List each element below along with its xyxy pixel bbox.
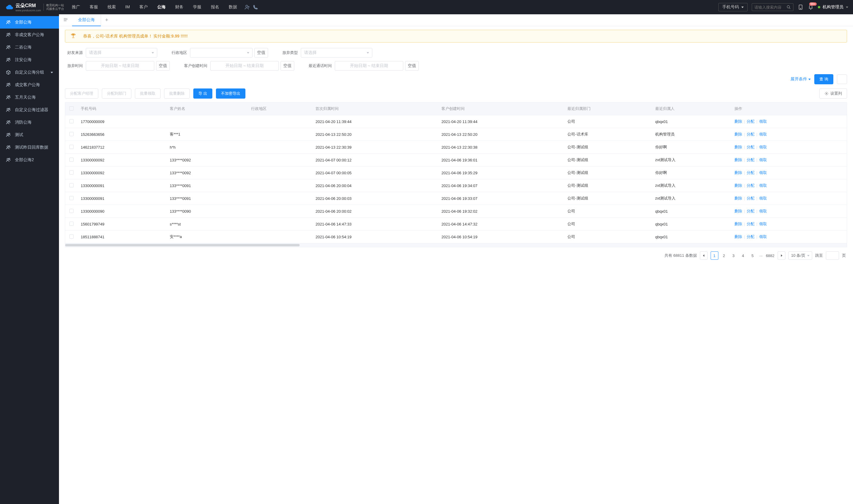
top-nav-item[interactable]: 客服 <box>88 3 100 11</box>
page-number-button[interactable]: 1 <box>711 251 719 260</box>
top-nav-item[interactable]: 线索 <box>106 3 117 11</box>
tabs-list-icon[interactable] <box>59 17 72 23</box>
per-page-select[interactable]: 10 条/页 <box>788 251 812 260</box>
row-claim-link[interactable]: 领取 <box>759 119 767 124</box>
abandon-time-range[interactable]: 开始日期 ~ 结束日期 <box>86 61 154 71</box>
row-assign-link[interactable]: 分配 <box>747 158 755 162</box>
abandon-time-null-button[interactable]: 空值 <box>156 61 170 71</box>
row-delete-link[interactable]: 删除 <box>734 222 742 226</box>
top-nav-item[interactable]: 学服 <box>191 3 203 11</box>
row-delete-link[interactable]: 删除 <box>734 170 742 175</box>
row-delete-link[interactable]: 删除 <box>734 119 742 124</box>
region-select[interactable] <box>190 48 253 57</box>
page-number-button[interactable]: 4 <box>739 251 747 260</box>
row-delete-link[interactable]: 删除 <box>734 209 742 213</box>
row-claim-link[interactable]: 领取 <box>759 132 767 137</box>
abandon-type-select[interactable]: 请选择 <box>301 48 372 57</box>
row-delete-link[interactable]: 删除 <box>734 132 742 137</box>
row-claim-link[interactable]: 领取 <box>759 222 767 226</box>
search-icon[interactable] <box>786 5 791 10</box>
search-type-select[interactable]: 手机号码 <box>719 3 748 11</box>
last-call-range[interactable]: 开始日期 ~ 结束日期 <box>335 61 403 71</box>
sidebar-item[interactable]: 非成交客户公海 <box>0 29 59 41</box>
row-checkbox[interactable] <box>69 222 74 226</box>
logo[interactable]: 云朵CRM www.yunduocrm.com 教育机构一站 式服务云平台 <box>5 3 64 12</box>
sidebar-item[interactable]: 全部公海 <box>0 16 59 29</box>
row-assign-link[interactable]: 分配 <box>747 170 755 175</box>
add-user-icon[interactable] <box>244 4 250 10</box>
top-nav-item[interactable]: 公海 <box>156 3 167 11</box>
query-button[interactable]: 查 询 <box>814 74 833 84</box>
sidebar-item[interactable]: 成交客户公海 <box>0 79 59 91</box>
select-all-checkbox[interactable] <box>69 106 74 110</box>
prev-page-button[interactable] <box>700 251 708 260</box>
assign-manager-button[interactable]: 分配客户经理 <box>65 88 98 98</box>
row-claim-link[interactable]: 领取 <box>759 158 767 162</box>
sidebar-item[interactable]: 注安公海 <box>0 54 59 66</box>
friend-source-select[interactable]: 请选择 <box>86 48 157 57</box>
row-assign-link[interactable]: 分配 <box>747 183 755 188</box>
device-icon[interactable] <box>798 4 803 10</box>
org-dropdown[interactable]: 机构管理员 <box>818 4 848 10</box>
sidebar-item[interactable]: 测试昨日回库数据 <box>0 141 59 154</box>
row-claim-link[interactable]: 领取 <box>759 234 767 239</box>
sidebar-item[interactable]: 全部公海2 <box>0 154 59 166</box>
export-button[interactable]: 导 出 <box>193 88 212 98</box>
jump-page-input[interactable] <box>826 251 839 260</box>
row-checkbox[interactable] <box>69 132 74 136</box>
bell-icon[interactable]: 99+ <box>808 4 814 10</box>
row-assign-link[interactable]: 分配 <box>747 209 755 213</box>
top-nav-item[interactable]: 数据 <box>227 3 239 11</box>
tab-active[interactable]: 全部公海 <box>72 14 101 26</box>
top-nav-item[interactable]: 财务 <box>173 3 185 11</box>
region-null-button[interactable]: 空值 <box>254 48 268 57</box>
top-nav-item[interactable]: 推广 <box>70 3 82 11</box>
sidebar-item[interactable]: 测试 <box>0 129 59 141</box>
expand-filters-link[interactable]: 展开条件 <box>791 76 811 82</box>
next-page-button[interactable] <box>778 251 785 260</box>
export-plain-button[interactable]: 不加密导出 <box>216 88 246 98</box>
row-assign-link[interactable]: 分配 <box>747 145 755 149</box>
row-assign-link[interactable]: 分配 <box>747 132 755 137</box>
row-claim-link[interactable]: 领取 <box>759 170 767 175</box>
sidebar-item[interactable]: 消防公海 <box>0 116 59 129</box>
create-time-range[interactable]: 开始日期 ~ 结束日期 <box>210 61 279 71</box>
page-number-button[interactable]: 2 <box>720 251 728 260</box>
row-checkbox[interactable] <box>69 209 74 213</box>
top-nav-item[interactable]: 客户 <box>138 3 149 11</box>
batch-claim-button[interactable]: 批量领取 <box>135 88 161 98</box>
sidebar-item[interactable]: 自定义公海分组 <box>0 66 59 79</box>
row-claim-link[interactable]: 领取 <box>759 209 767 213</box>
row-delete-link[interactable]: 删除 <box>734 158 742 162</box>
row-assign-link[interactable]: 分配 <box>747 222 755 226</box>
create-time-null-button[interactable]: 空值 <box>280 61 294 71</box>
last-page-button[interactable]: 6882 <box>765 251 775 260</box>
row-delete-link[interactable]: 删除 <box>734 234 742 239</box>
row-delete-link[interactable]: 删除 <box>734 183 742 188</box>
row-assign-link[interactable]: 分配 <box>747 234 755 239</box>
row-checkbox[interactable] <box>69 183 74 187</box>
row-checkbox[interactable] <box>69 145 74 149</box>
sidebar-item[interactable]: 二咨公海 <box>0 41 59 54</box>
row-claim-link[interactable]: 领取 <box>759 196 767 200</box>
last-call-null-button[interactable]: 空值 <box>405 61 419 71</box>
row-claim-link[interactable]: 领取 <box>759 183 767 188</box>
sidebar-item[interactable]: 自定义公海过滤器 <box>0 104 59 116</box>
row-checkbox[interactable] <box>69 119 74 123</box>
batch-delete-button[interactable]: 批量删除 <box>164 88 190 98</box>
row-assign-link[interactable]: 分配 <box>747 119 755 124</box>
top-nav-item[interactable]: IM <box>124 3 132 11</box>
row-checkbox[interactable] <box>69 158 74 162</box>
sidebar-item[interactable]: 五月天公海 <box>0 91 59 104</box>
phone-icon[interactable] <box>253 4 258 10</box>
row-assign-link[interactable]: 分配 <box>747 196 755 200</box>
row-checkbox[interactable] <box>69 234 74 239</box>
set-columns-button[interactable]: 设置列 <box>819 88 847 98</box>
tab-add-button[interactable]: + <box>101 17 113 23</box>
row-delete-link[interactable]: 删除 <box>734 196 742 200</box>
top-nav-item[interactable]: 报名 <box>209 3 221 11</box>
assign-dept-button[interactable]: 分配到部门 <box>102 88 131 98</box>
row-checkbox[interactable] <box>69 196 74 200</box>
row-claim-link[interactable]: 领取 <box>759 145 767 149</box>
page-number-button[interactable]: 3 <box>730 251 738 260</box>
